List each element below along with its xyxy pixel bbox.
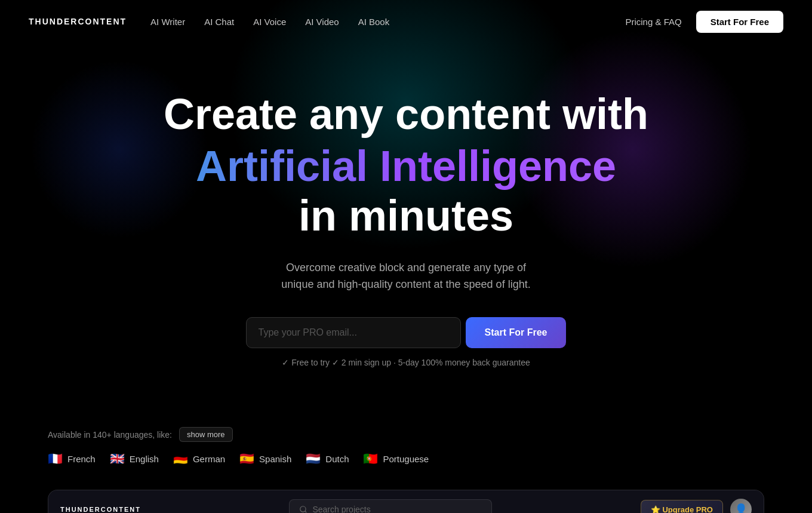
language-french: 🇫🇷 French [48,451,96,466]
flag-spanish: 🇪🇸 [239,451,254,466]
nav-start-button[interactable]: Start For Free [696,11,783,33]
nav-ai-chat[interactable]: AI Chat [204,17,234,27]
label-dutch: Dutch [325,454,349,464]
language-spanish: 🇪🇸 Spanish [239,451,291,466]
hero-line2: Artificial Intelligence [12,143,800,190]
languages-header: Available in 140+ languages, like: show … [48,427,764,442]
email-input[interactable] [246,317,461,348]
label-french: French [67,454,96,464]
search-placeholder-text: Search projects [312,505,370,513]
show-more-button[interactable]: show more [179,427,233,442]
nav-left: THUNDERCONTENT AI Writer AI Chat AI Voic… [29,17,389,27]
language-dutch: 🇳🇱 Dutch [306,451,349,466]
app-search-bar[interactable]: Search projects [289,499,492,513]
search-icon [299,505,307,513]
flag-french: 🇫🇷 [48,451,63,466]
language-portuguese: 🇵🇹 Portuguese [363,451,429,466]
app-topbar: THUNDERCONTENT Search projects ⭐ Upgrade… [48,490,764,513]
nav-ai-voice[interactable]: AI Voice [253,17,286,27]
hero-description: Overcome creative block and generate any… [12,259,800,294]
app-preview: THUNDERCONTENT Search projects ⭐ Upgrade… [48,490,764,513]
hero-desc-line2: unique and high-quality content at the s… [281,278,530,290]
user-avatar[interactable]: 👤 [730,499,752,513]
nav-links: AI Writer AI Chat AI Voice AI Video AI B… [150,17,389,27]
hero-desc-line1: Overcome creative block and generate any… [286,262,526,274]
language-english: 🇬🇧 English [110,451,159,466]
svg-point-0 [300,506,306,512]
languages-header-text: Available in 140+ languages, like: [48,430,172,440]
app-preview-logo: THUNDERCONTENT [60,506,141,513]
navbar: THUNDERCONTENT AI Writer AI Chat AI Voic… [0,0,812,43]
hero-line3: in minutes [12,192,800,239]
nav-right: Pricing & FAQ Start For Free [625,11,783,33]
flag-english: 🇬🇧 [110,451,125,466]
nav-ai-book[interactable]: AI Book [358,17,390,27]
languages-section: Available in 140+ languages, like: show … [0,427,812,490]
form-note: ✓ Free to try ✓ 2 min sign up · 5-day 10… [12,358,800,367]
nav-ai-writer[interactable]: AI Writer [150,17,185,27]
svg-line-1 [305,511,307,513]
nav-ai-video[interactable]: AI Video [305,17,339,27]
language-list: 🇫🇷 French 🇬🇧 English 🇩🇪 German 🇪🇸 Spanis… [48,451,764,466]
app-bar-right: ⭐ Upgrade PRO 👤 [641,499,752,513]
logo: THUNDERCONTENT [29,17,127,26]
pricing-link[interactable]: Pricing & FAQ [625,17,681,27]
label-spanish: Spanish [259,454,291,464]
label-german: German [193,454,225,464]
hero-section: Create any content with Artificial Intel… [0,43,812,427]
upgrade-pro-button[interactable]: ⭐ Upgrade PRO [641,500,723,513]
language-german: 🇩🇪 German [173,451,225,466]
hero-start-button[interactable]: Start For Free [466,317,567,348]
hero-line1: Create any content with [12,91,800,138]
flag-german: 🇩🇪 [173,451,188,466]
flag-portuguese: 🇵🇹 [363,451,378,466]
label-english: English [130,454,159,464]
label-portuguese: Portuguese [383,454,429,464]
email-form: Start For Free [12,317,800,348]
flag-dutch: 🇳🇱 [306,451,321,466]
